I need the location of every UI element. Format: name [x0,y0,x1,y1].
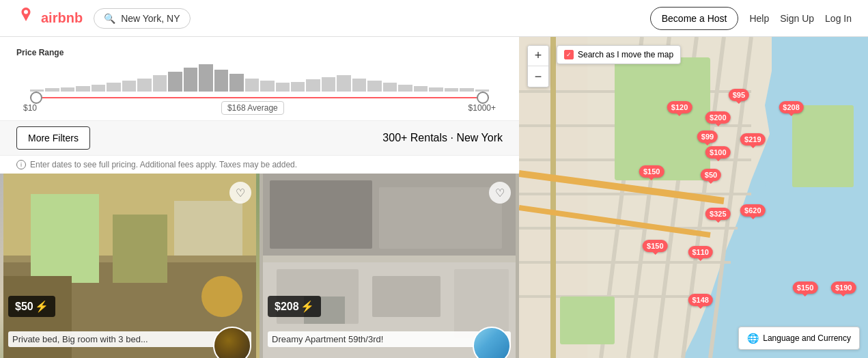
favorite-button-2[interactable]: ♡ [489,182,511,204]
price-marker-m4[interactable]: $208 [779,101,803,113]
favorite-button-1[interactable]: ♡ [229,182,251,204]
histogram-bar [184,68,197,92]
price-marker-m2[interactable]: $120 [667,101,692,113]
slider-thumb-min[interactable] [30,92,42,104]
price-avg-label: $168 Average [221,101,284,115]
zoom-out-button[interactable]: − [528,66,548,87]
price-marker-m3[interactable]: $200 [705,111,730,124]
more-filters-button[interactable]: More Filters [16,126,90,150]
price-marker-m9[interactable]: $50 [701,169,721,181]
listings-grid: ♡ $50⚡ Private bed, Big room with 3 bed.… [0,174,519,358]
histogram-bar [229,74,243,92]
search-bar[interactable]: 🔍 New York, NY [94,8,190,29]
histogram-bar [352,79,366,92]
disclaimer-text: Enter dates to see full pricing. Additio… [30,160,297,169]
histogram-bar [291,82,305,92]
price-max-label: $1000+ [468,103,496,113]
disclaimer: i Enter dates to see full pricing. Addit… [0,156,519,174]
results-count: 300+ Rentals · New York [382,132,503,144]
price-marker-m5[interactable]: $99 [697,130,718,143]
svg-point-7 [201,276,242,317]
listing-card-2[interactable]: ♡ $208⚡ Dreamy Apartment 59th/3rd! [260,174,519,358]
svg-rect-38 [792,105,854,187]
lightning-icon-2: ⚡ [300,301,314,312]
histogram-bar [107,83,120,92]
price-marker-m1[interactable]: $95 [729,89,749,101]
slider-track [30,97,489,98]
histogram-bar [214,70,228,92]
histogram-bar [445,88,458,92]
histogram-bar [398,85,412,92]
logo-text: airbnb [41,10,83,26]
histogram-bar [429,87,443,92]
histogram-bar [414,86,428,92]
login-link[interactable]: Log In [825,13,852,24]
svg-rect-3 [31,194,99,283]
histogram-bar [76,86,89,92]
price-marker-m14[interactable]: $148 [688,294,712,306]
histogram-bar [383,83,397,92]
price-range-section: Price Range $10 $168 Average $1000+ [0,37,519,120]
price-marker-m6[interactable]: $100 [705,146,730,159]
price-marker-m10[interactable]: $325 [705,208,730,220]
listing-card-1[interactable]: ♡ $50⚡ Private bed, Big room with 3 bed.… [0,174,260,358]
histogram-bar [45,88,59,92]
price-marker-m16[interactable]: $190 [831,281,856,294]
histogram-bar [61,87,74,92]
globe-icon: 🌐 [747,333,759,344]
svg-rect-5 [174,201,242,256]
info-icon: i [16,160,26,169]
histogram-bar [306,79,320,92]
price-min-label: $10 [23,103,37,113]
search-icon: 🔍 [104,13,115,24]
svg-rect-4 [113,215,167,283]
slider-thumb-max[interactable] [477,92,489,104]
svg-rect-37 [560,297,615,344]
histogram-bar [137,79,151,92]
price-marker-m13[interactable]: $110 [688,246,712,258]
main-content: Price Range $10 $168 Average $1000+ More… [0,37,868,358]
slider-fill [30,97,489,98]
listing-price-2: $208⚡ [268,296,321,317]
price-marker-m12[interactable]: $150 [643,240,667,252]
search-move-label: Search as I move the map [578,50,673,59]
become-host-button[interactable]: Become a Host [650,7,739,30]
price-marker-m7[interactable]: $219 [740,133,765,146]
histogram-bar [367,81,381,92]
price-marker-m8[interactable]: $150 [639,165,664,178]
header-left: airbnb 🔍 New York, NY [16,6,191,30]
svg-rect-35 [615,57,710,180]
left-panel: Price Range $10 $168 Average $1000+ More… [0,37,519,358]
price-histogram [30,64,489,92]
histogram-bar [153,75,167,92]
histogram-bar [322,77,335,92]
help-link[interactable]: Help [749,13,769,24]
price-slider[interactable] [16,64,503,98]
zoom-in-button[interactable]: + [528,46,548,66]
map-controls: + − [527,45,549,87]
search-as-move-toggle[interactable]: ✓ Search as I move the map [557,45,681,64]
header-right: Become a Host Help Sign Up Log In [650,7,852,30]
svg-rect-14 [372,276,440,317]
svg-rect-11 [379,187,502,249]
header: airbnb 🔍 New York, NY Become a Host Help… [0,0,868,37]
histogram-bar [337,75,350,92]
search-move-checkbox[interactable]: ✓ [564,50,574,59]
price-labels: $10 $168 Average $1000+ [16,101,503,115]
airbnb-logo-icon [16,6,36,30]
lightning-icon-1: ⚡ [35,301,48,312]
listing-price-1: $50⚡ [8,296,55,317]
language-currency-button[interactable]: 🌐 Language and Currency [738,327,860,350]
histogram-bar [460,88,473,92]
map-panel: + − ✓ Search as I move the map $95$120$2… [519,37,868,358]
histogram-bar [168,72,182,92]
signup-link[interactable]: Sign Up [780,13,814,24]
svg-rect-15 [454,269,509,338]
histogram-bar [245,79,259,92]
histogram-bar [122,81,136,92]
price-marker-m15[interactable]: $150 [793,281,817,294]
logo[interactable]: airbnb [16,6,83,30]
histogram-bar [276,83,290,92]
price-marker-m11[interactable]: $620 [740,204,765,217]
svg-rect-10 [270,180,372,249]
